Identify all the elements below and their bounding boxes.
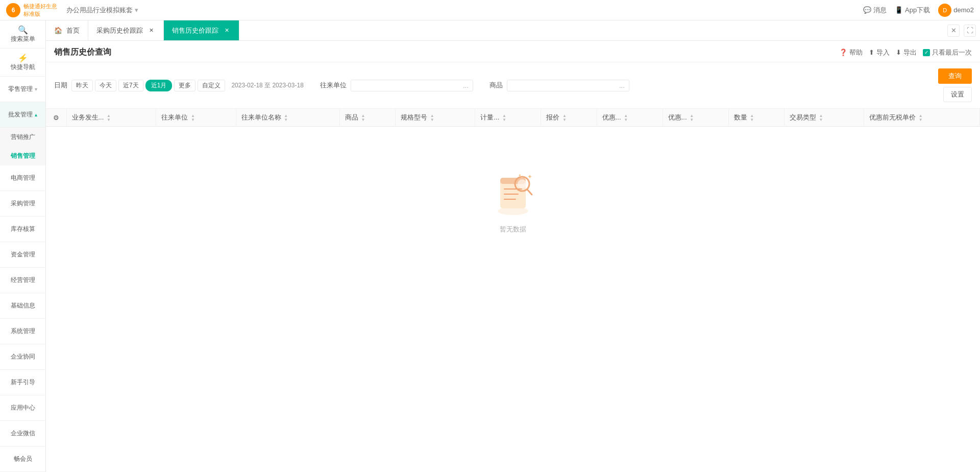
partner-filter-label: 往来单位 — [320, 81, 347, 90]
import-button[interactable]: ⬆ 导入 — [869, 48, 890, 57]
help-button[interactable]: ❓ 帮助 — [839, 48, 863, 57]
sort-icon: ▲▼ — [502, 114, 506, 122]
col-discount1[interactable]: 优惠... ▲▼ — [597, 109, 663, 127]
date-btn-today[interactable]: 今天 — [95, 80, 116, 91]
sidebar-item-wechat[interactable]: 企业微信 — [0, 421, 45, 446]
home-icon: 🏠 — [54, 27, 62, 34]
empty-svg: ✦ ✦ — [487, 168, 538, 219]
sidebar-item-apps[interactable]: 应用中心 — [0, 395, 45, 421]
date-filter-label: 日期 — [54, 81, 67, 90]
col-partner-name[interactable]: 往来单位名称 ▲▼ — [236, 109, 339, 127]
col-qty[interactable]: 数量 ▲▼ — [728, 109, 784, 127]
col-trade-type[interactable]: 交易类型 ▲▼ — [784, 109, 864, 127]
date-btn-7days[interactable]: 近7天 — [118, 80, 143, 91]
col-settings[interactable]: ⚙ — [46, 109, 66, 127]
tab-home[interactable]: 🏠 首页 — [46, 20, 88, 40]
sort-icon: ▲▼ — [562, 114, 567, 122]
product-input-wrap: ... — [507, 80, 629, 91]
date-btn-more[interactable]: 更多 — [174, 80, 195, 91]
top-bar: 6 畅捷通好生意 标准版 办公用品行业模拟账套 ▾ 💬 消息 📱 App下载 D… — [0, 0, 980, 20]
shortcut-icon: ⚡ — [18, 53, 28, 63]
col-partner-code[interactable]: 往来单位 ▲▼ — [156, 109, 236, 127]
product-filter-label: 商品 — [489, 81, 503, 90]
date-filter-group: 日期 昨天 今天 近7天 近1月 更多 自定义 2023-02-18 至 202… — [54, 80, 304, 91]
top-bar-right: 💬 消息 📱 App下载 D demo2 — [863, 4, 974, 17]
sidebar-item-ecommerce[interactable]: 电商管理 — [0, 166, 45, 191]
export-icon: ⬇ — [896, 49, 901, 56]
sidebar-item-sales-mgmt[interactable]: 销售管理 — [0, 147, 45, 166]
sort-icon: ▲▼ — [624, 114, 628, 122]
filter-row-1: 日期 昨天 今天 近7天 近1月 更多 自定义 2023-02-18 至 202… — [54, 68, 972, 102]
tab-close-all-button[interactable]: ✕ — [947, 25, 960, 37]
tab-sales[interactable]: 销售历史价跟踪 ✕ — [164, 20, 239, 40]
sort-icon: ▲▼ — [107, 114, 111, 122]
date-btn-custom[interactable]: 自定义 — [198, 80, 225, 91]
top-bar-title: 办公用品行业模拟账套 ▾ — [66, 6, 138, 15]
sort-icon: ▲▼ — [750, 114, 754, 122]
col-spec[interactable]: 规格型号 ▲▼ — [396, 109, 475, 127]
tab-purchase[interactable]: 采购历史价跟踪 ✕ — [88, 20, 164, 40]
main-layout: 🔍 搜索菜单 ⚡ 快捷导航 零售管理 ▾ 批发管理 ▴ 营销推广 销售管理 电商… — [0, 20, 980, 472]
empty-text: 暂无数据 — [500, 225, 526, 234]
sidebar-item-shortcut[interactable]: ⚡ 快捷导航 — [0, 49, 45, 77]
app-download-button[interactable]: 📱 App下载 — [895, 6, 930, 15]
settings-icon: ⚙ — [53, 114, 59, 122]
chevron-down-icon[interactable]: ▾ — [135, 6, 138, 14]
user-menu[interactable]: D demo2 — [938, 4, 974, 17]
sidebar-item-retail[interactable]: 零售管理 ▾ — [0, 77, 45, 102]
product-ellipsis-icon[interactable]: ... — [619, 82, 625, 89]
tab-purchase-close[interactable]: ✕ — [147, 27, 155, 35]
chevron-up-icon: ▴ — [35, 112, 37, 117]
sort-icon: ▲▼ — [919, 114, 923, 122]
only-last-checkbox[interactable]: ✓ — [923, 49, 930, 56]
chevron-down-icon: ▾ — [35, 86, 37, 92]
product-input[interactable] — [511, 82, 617, 89]
only-last-checkbox-area[interactable]: ✓ 只看最后一次 — [923, 48, 972, 57]
product-filter-group: 商品 ... — [489, 80, 629, 91]
query-button[interactable]: 查询 — [938, 68, 972, 84]
date-btn-1month[interactable]: 近1月 — [145, 80, 173, 91]
sidebar-item-operations[interactable]: 经营管理 — [0, 268, 45, 293]
date-buttons: 昨天 今天 近7天 近1月 更多 自定义 — [71, 80, 225, 91]
sidebar-item-marketing[interactable]: 营销推广 — [0, 128, 45, 147]
sort-icon: ▲▼ — [284, 114, 288, 122]
sidebar-item-guide[interactable]: 新手引导 — [0, 370, 45, 395]
sidebar-item-search[interactable]: 🔍 搜索菜单 — [0, 20, 45, 49]
col-pretax-price[interactable]: 优惠前无税单价 ▲▼ — [864, 109, 980, 127]
partner-input[interactable] — [355, 82, 461, 89]
empty-illustration: ✦ ✦ — [487, 168, 538, 219]
svg-point-7 — [518, 179, 527, 188]
sidebar-wholesale-sub: 营销推广 销售管理 — [0, 128, 45, 166]
sidebar-item-member[interactable]: 畅会员 — [0, 446, 45, 472]
page-card: 销售历史价查询 ❓ 帮助 ⬆ 导入 ⬇ 导出 — [46, 41, 980, 472]
partner-ellipsis-icon[interactable]: ... — [463, 82, 469, 89]
col-product[interactable]: 商品 ▲▼ — [339, 109, 395, 127]
export-button[interactable]: ⬇ 导出 — [896, 48, 917, 57]
col-biz-date[interactable]: 业务发生... ▲▼ — [66, 109, 156, 127]
logo-icon: 6 — [6, 3, 20, 17]
sort-icon: ▲▼ — [191, 114, 195, 122]
logo-text: 畅捷通好生意 标准版 — [23, 3, 57, 17]
sidebar-item-system[interactable]: 系统管理 — [0, 319, 45, 344]
partner-input-wrap: ... — [351, 80, 473, 91]
sort-icon: ▲▼ — [430, 114, 434, 122]
page-header: 销售历史价查询 ❓ 帮助 ⬆ 导入 ⬇ 导出 — [46, 41, 980, 62]
page-title: 销售历史价查询 — [54, 47, 111, 58]
sidebar-item-wholesale[interactable]: 批发管理 ▴ — [0, 102, 45, 128]
sidebar-item-enterprise[interactable]: 企业协同 — [0, 344, 45, 370]
col-unit[interactable]: 计量... ▲▼ — [475, 109, 541, 127]
sidebar-item-finance[interactable]: 资金管理 — [0, 242, 45, 268]
col-discount2[interactable]: 优惠... ▲▼ — [663, 109, 728, 127]
tab-maximize-button[interactable]: ⛶ — [964, 25, 976, 37]
sidebar-item-inventory[interactable]: 库存核算 — [0, 217, 45, 242]
settings-button[interactable]: 设置 — [943, 87, 972, 102]
sidebar: 🔍 搜索菜单 ⚡ 快捷导航 零售管理 ▾ 批发管理 ▴ 营销推广 销售管理 电商… — [0, 20, 46, 472]
messages-button[interactable]: 💬 消息 — [863, 6, 887, 15]
sidebar-item-basic[interactable]: 基础信息 — [0, 293, 45, 319]
col-price[interactable]: 报价 ▲▼ — [541, 109, 597, 127]
table-area: ⚙ 业务发生... ▲▼ 往来单位 ▲▼ — [46, 109, 980, 472]
date-btn-yesterday[interactable]: 昨天 — [71, 80, 93, 91]
tab-sales-close[interactable]: ✕ — [223, 27, 231, 35]
date-range-display: 2023-02-18 至 2023-03-18 — [231, 81, 303, 90]
sidebar-item-purchase[interactable]: 采购管理 — [0, 191, 45, 217]
